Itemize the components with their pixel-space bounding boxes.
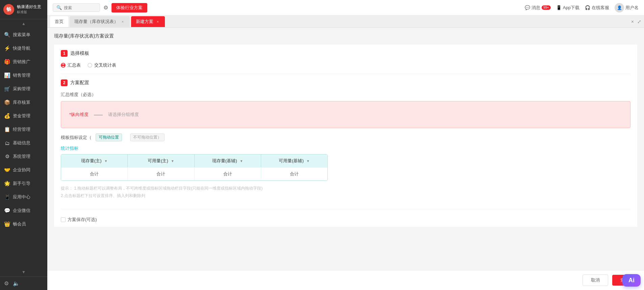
logo-icon: 畅	[3, 4, 14, 15]
sidebar-label-basic-info: 基础信息	[13, 140, 30, 146]
save-checkbox[interactable]	[61, 217, 66, 222]
tab-home[interactable]: 首页	[50, 16, 68, 27]
sidebar-item-guide[interactable]: 🌟 新手引导	[0, 177, 47, 190]
sidebar-scroll-down[interactable]: ▼	[0, 268, 47, 276]
speaker-icon[interactable]: 🔈	[13, 280, 20, 287]
sidebar-label-inventory: 库存核算	[13, 99, 30, 105]
sidebar-label-finance: 资金管理	[13, 113, 30, 119]
metrics-table: 现存量(主) ▼ 可用量(主) ▼ 现存量(基辅) ▼ 可用量(基辅)	[61, 154, 328, 181]
sidebar-label-management: 经营管理	[13, 126, 30, 132]
expand-window-icon[interactable]: ⤢	[637, 19, 641, 24]
radio-summary[interactable]: 汇总表	[61, 62, 81, 68]
settings-icon[interactable]: ⚙	[4, 280, 9, 287]
dimension-required-label: 汇总维度（必选）	[61, 92, 630, 98]
section2-title: 方案配置	[70, 80, 89, 86]
template-section: 1 选择模板 汇总表 交叉统计表	[54, 45, 637, 74]
section1-header: 1 选择模板	[61, 50, 630, 57]
top-header: 🔍 ⚙ 体验行业方案 💬 消息 99+ 📱 App下载 🎧 在线客服 👤	[47, 0, 644, 16]
tab-new-plan-close[interactable]: ×	[155, 19, 160, 24]
metrics-header-col3[interactable]: 现存量(基辅) ▼	[195, 154, 261, 167]
chevron-down-icon-2: ▼	[171, 159, 174, 163]
sidebar-item-enterprise[interactable]: 🤝 企业协同	[0, 163, 47, 177]
tab-inventory-close[interactable]: ×	[120, 19, 125, 24]
tab-home-label: 首页	[55, 19, 64, 25]
section1-number: 1	[61, 50, 68, 57]
main-wrapper: 🔍 ⚙ 体验行业方案 💬 消息 99+ 📱 App下载 🎧 在线客服 👤	[47, 0, 644, 290]
user-avatar-item[interactable]: 👤 用户名	[615, 3, 639, 13]
header-right: 💬 消息 99+ 📱 App下载 🎧 在线客服 👤 用户名	[525, 3, 639, 13]
chevron-down-icon-4: ▼	[306, 159, 310, 163]
sidebar-nav: 🔍 搜索菜单 ⚡ 快捷导航 🎁 营销推广 📊 销售管理 🛒 采购管理 📦 库存核…	[0, 28, 47, 268]
sidebar-item-wechat[interactable]: 💬 企业微信	[0, 204, 47, 217]
sidebar-icon-quick-nav: ⚡	[4, 45, 10, 51]
search-input[interactable]	[64, 5, 91, 10]
metrics-cell-2: 合计	[128, 168, 194, 180]
tab-inventory-status[interactable]: 现存量（库存状况表） ×	[70, 16, 130, 27]
radio-cross-circle	[88, 63, 92, 68]
sidebar-logo: 畅 畅康通好生意 标准版	[0, 0, 47, 19]
vertical-dim-dash: ——	[94, 112, 103, 117]
online-service-item[interactable]: 🎧 在线客服	[585, 5, 609, 11]
sidebar-icon-system: ⚙	[4, 153, 10, 160]
metrics-header-col1[interactable]: 现存量(主) ▼	[61, 154, 128, 167]
sidebar-item-search-menu[interactable]: 🔍 搜索菜单	[0, 28, 47, 42]
stats-title: 统计指标	[61, 145, 630, 151]
radio-cross[interactable]: 交叉统计表	[88, 62, 116, 68]
industry-btn[interactable]: 体验行业方案	[112, 3, 147, 13]
sidebar-label-system: 系统管理	[13, 153, 30, 160]
header-search-box[interactable]: 🔍	[53, 3, 100, 12]
headset-icon: 🎧	[585, 5, 590, 10]
sidebar-item-finance[interactable]: 💰 资金管理	[0, 109, 47, 123]
logo-badge: 标准版	[17, 10, 41, 15]
divider2	[61, 209, 630, 209]
section2-number: 2	[61, 79, 68, 86]
metrics-header-col4[interactable]: 可用量(基辅) ▼	[261, 154, 327, 167]
tab-new-plan[interactable]: 新建方案 ×	[131, 16, 165, 27]
metrics-header-col2[interactable]: 可用量(主) ▼	[128, 154, 194, 167]
sidebar-item-basic-info[interactable]: 🗂 基础信息	[0, 136, 47, 150]
sidebar-item-sales[interactable]: 📊 销售管理	[0, 69, 47, 82]
message-item[interactable]: 💬 消息 99+	[525, 5, 551, 11]
ai-fab-button[interactable]: Ai	[622, 274, 641, 287]
radio-summary-circle	[61, 63, 66, 68]
sidebar-icon-finance: 💰	[4, 113, 10, 119]
sidebar-scroll-up[interactable]: ▲	[0, 19, 47, 28]
cancel-button[interactable]: 取消	[583, 274, 608, 286]
search-icon: 🔍	[56, 5, 62, 10]
save-checkbox-label[interactable]: 方案保存(可选)	[61, 217, 97, 223]
tips-section: 提示： 1.拖动标题栏可以调整布局，不可跨维度或指标区域拖动栏目字段(只能在同一…	[61, 181, 630, 203]
sidebar-item-marketing[interactable]: 🎁 营销推广	[0, 55, 47, 69]
tab-inventory-label: 现存量（库存状况表）	[74, 19, 118, 25]
save-option: 方案保存(可选)	[54, 213, 637, 227]
chevron-down-icon-1: ▼	[104, 159, 108, 163]
sidebar-icon-inventory: 📦	[4, 99, 10, 105]
sidebar-item-system[interactable]: ⚙ 系统管理	[0, 150, 47, 163]
header-gear-icon[interactable]: ⚙	[103, 4, 108, 11]
sidebar-icon-purchase: 🛒	[4, 86, 10, 92]
tips-line2: 2.点击标题栏下拉可设置排序、插入列和删除列	[61, 192, 630, 200]
sidebar-item-management[interactable]: 📋 经营管理	[0, 123, 47, 136]
close-window-icon[interactable]: ×	[631, 19, 634, 24]
sidebar-item-quick-nav[interactable]: ⚡ 快捷导航	[0, 42, 47, 55]
sidebar-item-app-center[interactable]: 📱 应用中心	[0, 190, 47, 204]
action-bar: 取消 查询	[47, 270, 644, 290]
logo-text: 畅康通好生意	[17, 4, 41, 10]
sidebar-icon-member: 👑	[4, 221, 10, 227]
sidebar-item-member[interactable]: 👑 畅会员	[0, 217, 47, 231]
page-title: 现存量(库存状况表)方案设置	[54, 33, 637, 39]
no-drag-tag: 不可拖动位置）	[130, 134, 165, 141]
plan-config-section: 2 方案配置 汇总维度（必选） *纵向维度 —— 请选择分组维度 模板指标设定（…	[54, 74, 637, 209]
app-download-item[interactable]: 📱 App下载	[556, 5, 579, 11]
sidebar-label-purchase: 采购管理	[13, 86, 30, 92]
sidebar-item-purchase[interactable]: 🛒 采购管理	[0, 82, 47, 96]
tab-new-plan-label: 新建方案	[136, 19, 153, 25]
sidebar-label-quick-nav: 快捷导航	[13, 45, 30, 51]
sidebar-label-marketing: 营销推广	[13, 59, 30, 65]
dimension-area: *纵向维度 —— 请选择分组维度	[61, 101, 630, 128]
sidebar-label-sales: 销售管理	[13, 72, 30, 78]
sidebar-icon-app-center: 📱	[4, 194, 10, 200]
sidebar-item-inventory[interactable]: 📦 库存核算	[0, 96, 47, 109]
sidebar: 畅 畅康通好生意 标准版 ▲ 🔍 搜索菜单 ⚡ 快捷导航 🎁 营销推广 📊 销售…	[0, 0, 47, 290]
metrics-cell-3: 合计	[195, 168, 261, 180]
page-content: 现存量(库存状况表)方案设置 1 选择模板 汇总表	[47, 28, 644, 270]
